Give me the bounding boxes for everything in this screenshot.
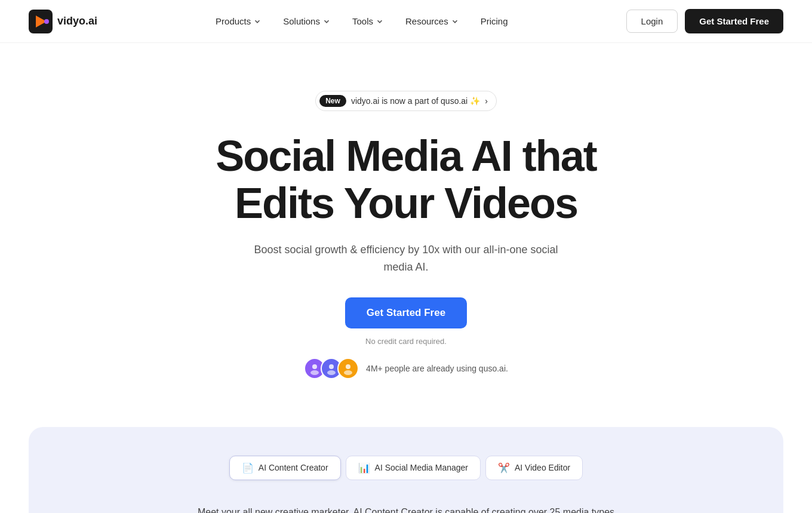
announcement-arrow: › [485,96,488,106]
chevron-down-icon [376,17,384,26]
svg-point-5 [329,364,334,369]
logo-text: vidyo.ai [57,15,97,27]
video-editor-icon: ✂️ [498,462,510,474]
content-creator-icon: 📄 [242,462,254,474]
social-media-icon: 📊 [358,462,370,474]
svg-point-6 [327,370,336,375]
no-credit-text: No credit card required. [365,337,447,346]
demo-tab-social-media[interactable]: 📊 AI Social Media Manager [346,456,481,480]
logo-icon [29,10,53,33]
nav-tools[interactable]: Tools [343,11,393,31]
header: vidyo.ai Products Solutions Tools Resour… [0,0,812,43]
svg-point-7 [346,364,350,369]
hero-section: New vidyo.ai is now a part of quso.ai ✨ … [0,43,812,415]
demo-section: 📄 AI Content Creator 📊 AI Social Media M… [29,427,783,513]
announcement-bar[interactable]: New vidyo.ai is now a part of quso.ai ✨ … [315,91,497,111]
hero-title: Social Media AI that Edits Your Videos [216,133,596,227]
header-actions: Login Get Started Free [626,9,783,33]
main-nav: Products Solutions Tools Resources Prici… [206,11,518,31]
chevron-down-icon [322,17,331,26]
hero-subtitle: Boost social growth & efficiency by 10x … [239,241,573,276]
nav-solutions[interactable]: Solutions [273,11,340,31]
logo[interactable]: vidyo.ai [29,10,97,33]
nav-pricing[interactable]: Pricing [471,11,518,31]
chevron-down-icon [451,17,459,26]
demo-tab-content-creator[interactable]: 📄 AI Content Creator [229,456,341,480]
svg-point-8 [344,370,352,375]
chevron-down-icon [253,17,262,26]
svg-point-2 [44,19,49,24]
demo-description: Meet your all new creative marketer. AI … [191,504,621,513]
hero-cta-button[interactable]: Get Started Free [345,297,467,328]
announcement-badge: New [319,95,346,107]
nav-resources[interactable]: Resources [396,11,469,31]
social-proof: 4M+ people are already using quso.ai. [304,358,508,379]
demo-tab-video-editor[interactable]: ✂️ AI Video Editor [485,456,583,480]
social-proof-text: 4M+ people are already using quso.ai. [366,364,508,373]
login-button[interactable]: Login [626,10,678,33]
svg-point-3 [312,364,317,369]
announcement-text: vidyo.ai is now a part of quso.ai ✨ [351,96,480,106]
header-cta-button[interactable]: Get Started Free [685,9,783,33]
nav-products[interactable]: Products [206,11,271,31]
user-avatars [304,358,359,379]
demo-tabs: 📄 AI Content Creator 📊 AI Social Media M… [57,456,755,480]
svg-point-4 [310,370,319,375]
avatar-3 [337,358,359,379]
